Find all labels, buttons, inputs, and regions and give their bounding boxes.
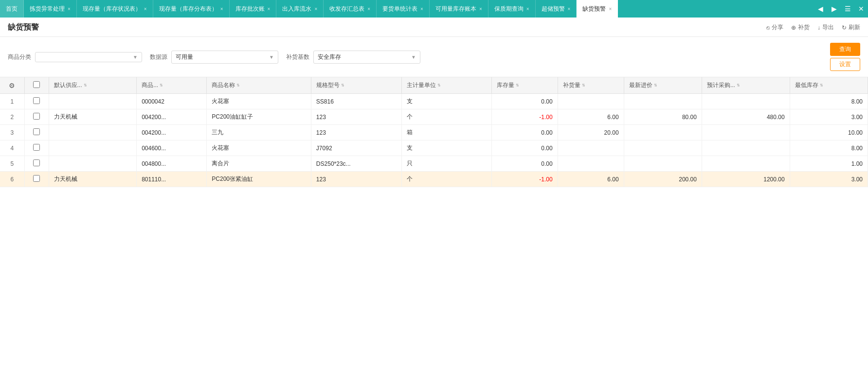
tab-shortage[interactable]: 缺货预警 × bbox=[577, 0, 618, 18]
filter-bar: 商品分类 ▼ 数据源 可用量 ▼ 补货基数 安全库存 ▼ 查询 设置 bbox=[0, 37, 868, 77]
row-min-stock-4: 1.00 bbox=[790, 156, 868, 172]
table-row: 6 力天机械 801110... PC200张紧油缸 123 个 -1.00 6… bbox=[0, 172, 868, 187]
row-supplier-2 bbox=[49, 125, 137, 141]
category-select[interactable]: ▼ bbox=[35, 52, 142, 62]
sort-icon-stock: ⇅ bbox=[516, 83, 519, 88]
query-button[interactable]: 查询 bbox=[830, 43, 860, 56]
tab-nav-buttons: ◀ ▶ ☰ ✕ bbox=[814, 0, 868, 18]
row-index-4: 5 bbox=[0, 156, 24, 172]
tab-close-summary[interactable]: × bbox=[367, 6, 370, 12]
row-code-0: 0000042 bbox=[137, 94, 207, 109]
row-checkbox-5[interactable] bbox=[24, 172, 49, 187]
datasource-select[interactable]: 可用量 ▼ bbox=[171, 51, 278, 64]
row-check-1[interactable] bbox=[33, 113, 40, 120]
column-gear[interactable]: ⚙ bbox=[0, 77, 24, 94]
row-latest-price-0 bbox=[624, 94, 702, 109]
row-replenish-3 bbox=[558, 141, 624, 156]
tab-demand[interactable]: 要货单统计表 × bbox=[377, 0, 430, 18]
replenish-button[interactable]: ⊕ 补货 bbox=[791, 23, 810, 32]
row-index-1: 2 bbox=[0, 109, 24, 125]
tab-stock-status[interactable]: 现存量（库存状况表） × bbox=[77, 0, 153, 18]
row-stock-3: 0.00 bbox=[491, 141, 558, 156]
tab-home[interactable]: 首页 bbox=[0, 0, 24, 18]
row-check-5[interactable] bbox=[33, 175, 40, 182]
row-unit-1: 个 bbox=[402, 109, 492, 125]
datasource-label: 数据源 bbox=[150, 53, 167, 61]
row-name-1: PC200油缸缸子 bbox=[207, 109, 311, 125]
sort-icon-code: ⇅ bbox=[160, 83, 163, 88]
row-stock-4: 0.00 bbox=[491, 156, 558, 172]
tab-bar: 首页 拣货异常处理 × 现存量（库存状况表） × 现存量（库存分布表） × 库存… bbox=[0, 0, 868, 18]
row-checkbox-1[interactable] bbox=[24, 109, 49, 125]
tab-close-batch[interactable]: × bbox=[268, 6, 271, 12]
tab-flow[interactable]: 出入库流水 × bbox=[276, 0, 324, 18]
tab-close-stock-dist[interactable]: × bbox=[220, 6, 223, 12]
tab-close-shortage[interactable]: × bbox=[609, 6, 612, 12]
tab-batch[interactable]: 库存批次账 × bbox=[230, 0, 277, 18]
column-unit: 主计量单位⇅ bbox=[402, 77, 492, 94]
column-code: 商品...⇅ bbox=[137, 77, 207, 94]
tab-close-demand[interactable]: × bbox=[420, 6, 423, 12]
row-checkbox-0[interactable] bbox=[24, 94, 49, 109]
select-all-checkbox[interactable] bbox=[33, 81, 40, 88]
row-check-4[interactable] bbox=[33, 159, 40, 166]
row-checkbox-2[interactable] bbox=[24, 125, 49, 141]
category-dropdown-icon: ▼ bbox=[133, 54, 138, 60]
row-latest-price-1: 80.00 bbox=[624, 109, 702, 125]
row-supplier-3 bbox=[49, 141, 137, 156]
tab-abnormal[interactable]: 拣货异常处理 × bbox=[24, 0, 77, 18]
datasource-dropdown-icon: ▼ bbox=[269, 54, 274, 60]
tab-close-abnormal[interactable]: × bbox=[68, 6, 71, 12]
tab-expiry[interactable]: 保质期查询 × bbox=[488, 0, 536, 18]
row-checkbox-3[interactable] bbox=[24, 141, 49, 156]
sort-icon-name: ⇅ bbox=[236, 83, 240, 88]
row-unit-2: 箱 bbox=[402, 125, 492, 141]
tab-overstock[interactable]: 超储预警 × bbox=[536, 0, 577, 18]
basis-select[interactable]: 安全库存 ▼ bbox=[313, 51, 420, 64]
row-est-purchase-3 bbox=[702, 141, 790, 156]
tab-menu-btn[interactable]: ☰ bbox=[841, 0, 854, 18]
row-name-3: 火花塞 bbox=[207, 141, 311, 156]
row-checkbox-4[interactable] bbox=[24, 156, 49, 172]
tab-close-flow[interactable]: × bbox=[314, 6, 317, 12]
refresh-icon: ↻ bbox=[842, 24, 847, 31]
column-latest-price: 最新进价⇅ bbox=[624, 77, 702, 94]
row-est-purchase-0 bbox=[702, 94, 790, 109]
row-stock-5: -1.00 bbox=[491, 172, 558, 187]
tab-summary[interactable]: 收发存汇总表 × bbox=[324, 0, 377, 18]
row-code-5: 801110... bbox=[137, 172, 207, 187]
page-title: 缺货预警 bbox=[8, 22, 39, 33]
row-est-purchase-5: 1200.00 bbox=[702, 172, 790, 187]
row-min-stock-3: 8.00 bbox=[790, 141, 868, 156]
row-min-stock-5: 3.00 bbox=[790, 172, 868, 187]
row-unit-4: 只 bbox=[402, 156, 492, 172]
settings-button[interactable]: 设置 bbox=[830, 58, 860, 71]
share-icon: ⎋ bbox=[766, 24, 770, 31]
tab-close-overstock[interactable]: × bbox=[568, 6, 571, 12]
tab-stock-dist[interactable]: 现存量（库存分布表） × bbox=[153, 0, 230, 18]
row-stock-0: 0.00 bbox=[491, 94, 558, 109]
row-index-0: 1 bbox=[0, 94, 24, 109]
row-check-0[interactable] bbox=[33, 97, 40, 104]
row-check-2[interactable] bbox=[33, 128, 40, 135]
row-check-3[interactable] bbox=[33, 144, 40, 151]
tab-prev-btn[interactable]: ◀ bbox=[814, 0, 827, 18]
tab-available[interactable]: 可用量库存账本 × bbox=[430, 0, 488, 18]
refresh-button[interactable]: ↻ 刷新 bbox=[842, 23, 860, 32]
tab-close-stock-status[interactable]: × bbox=[144, 6, 147, 12]
row-spec-3: J7092 bbox=[311, 141, 401, 156]
tab-close-all-btn[interactable]: ✕ bbox=[854, 0, 868, 18]
table-row: 5 004800... 离合片 DS250*23c... 只 0.00 1.00 bbox=[0, 156, 868, 172]
share-button[interactable]: ⎋ 分享 bbox=[766, 23, 783, 32]
export-button[interactable]: ↓ 导出 bbox=[817, 23, 834, 32]
row-code-4: 004800... bbox=[137, 156, 207, 172]
row-est-purchase-4 bbox=[702, 156, 790, 172]
row-stock-1: -1.00 bbox=[491, 109, 558, 125]
tab-next-btn[interactable]: ▶ bbox=[827, 0, 841, 18]
row-replenish-0 bbox=[558, 94, 624, 109]
tab-close-available[interactable]: × bbox=[479, 6, 482, 12]
tab-close-expiry[interactable]: × bbox=[526, 6, 529, 12]
row-min-stock-0: 8.00 bbox=[790, 94, 868, 109]
row-spec-0: SS816 bbox=[311, 94, 401, 109]
row-est-purchase-1: 480.00 bbox=[702, 109, 790, 125]
